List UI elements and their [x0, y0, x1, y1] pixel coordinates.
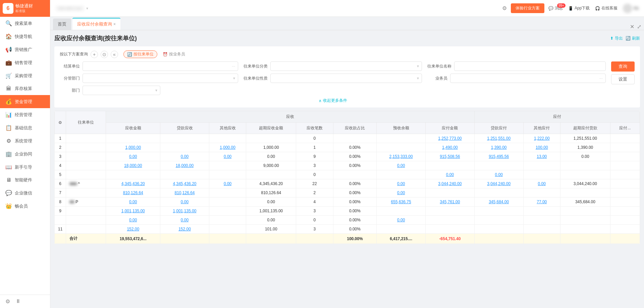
- unit-name-input[interactable]: [454, 61, 606, 71]
- row-ar-other: [209, 225, 246, 234]
- window-close-icon[interactable]: ✕: [630, 24, 634, 30]
- table-config-header[interactable]: ⚙: [55, 111, 66, 134]
- sidebar-item-marketing[interactable]: 📢 营销推广: [0, 43, 50, 56]
- sidebar-item-basic-info[interactable]: 📋 基础信息: [0, 121, 50, 134]
- row-ap-loan[interactable]: 915,495.56: [474, 152, 523, 161]
- row-ap-loan[interactable]: 3,044,240.00: [474, 179, 523, 188]
- window-expand-icon[interactable]: ⤢: [637, 24, 641, 30]
- promo-button[interactable]: 体验行业方案: [511, 3, 544, 13]
- online-service-item[interactable]: 🎧 在线客服: [595, 5, 618, 11]
- row-ap-loan[interactable]: 1,390.00: [474, 143, 523, 152]
- row-ar-prepay: [377, 143, 426, 152]
- row-ar-loan[interactable]: 18,000.00: [160, 161, 209, 170]
- sidebar-collapse-icon[interactable]: ⏸: [15, 298, 21, 305]
- row-ap-loan: [474, 225, 523, 234]
- sidebar-item-search-menu[interactable]: 🔍 搜索菜单: [0, 17, 50, 30]
- row-ar-other[interactable]: 0.00: [209, 152, 246, 161]
- row-ap-amount[interactable]: 1,490.00: [426, 143, 475, 152]
- row-ap-other[interactable]: 77.00: [523, 197, 560, 207]
- row-ap-other[interactable]: 1,222.00: [523, 134, 560, 143]
- sidebar-settings-icon[interactable]: ⚙: [5, 298, 10, 305]
- sidebar-item-enterprise[interactable]: 🏢 企业协同: [0, 147, 50, 161]
- app-download-item[interactable]: 📱 App下载: [568, 5, 590, 11]
- settlement-input[interactable]: ···: [83, 61, 238, 71]
- sidebar-item-member[interactable]: 👑 畅会员: [0, 200, 50, 213]
- row-ar-loan[interactable]: 810,126.64: [160, 188, 209, 197]
- sidebar-item-system[interactable]: ⚙ 系统管理: [0, 134, 50, 147]
- sidebar-item-guide[interactable]: 📖 新手引导: [0, 161, 50, 174]
- row-ar-prepay[interactable]: 0.00: [377, 188, 426, 197]
- message-item[interactable]: 💬 消息 99+: [548, 5, 563, 11]
- dept-manage-select[interactable]: ▾: [83, 74, 238, 83]
- row-ar-loan[interactable]: 0.00: [160, 197, 209, 207]
- row-ap-extra: [610, 225, 640, 234]
- sidebar-item-finance[interactable]: 💰 资金管理: [0, 95, 50, 108]
- row-ap-overdue: 1,390.00: [560, 143, 610, 152]
- row-ap-amount[interactable]: 0.00: [426, 170, 475, 179]
- row-ar-loan[interactable]: 0.00: [160, 216, 209, 225]
- scheme-by-unit[interactable]: 🔄 按往来单位: [123, 50, 157, 58]
- row-ar-prepay[interactable]: 655,636.75: [377, 197, 426, 207]
- row-ap-loan[interactable]: 345,684.00: [474, 197, 523, 207]
- filter-add-button[interactable]: +: [91, 51, 98, 58]
- salesman-input[interactable]: ···: [450, 74, 606, 83]
- row-ap-amount: [426, 188, 475, 197]
- sidebar-item-sales[interactable]: 💼 销售管理: [0, 56, 50, 69]
- row-ap-amount[interactable]: 1,252,773.00: [426, 134, 475, 143]
- sidebar-item-operations[interactable]: 📊 经营管理: [0, 108, 50, 121]
- row-ap-other[interactable]: 13.00: [523, 152, 560, 161]
- row-ar-amount[interactable]: 18,000.00: [106, 161, 160, 170]
- row-ap-loan[interactable]: 1,251,551.00: [474, 134, 523, 143]
- row-ar-amount[interactable]: 810,126.64: [106, 188, 160, 197]
- row-ar-other[interactable]: 1,000.00: [209, 143, 246, 152]
- topbar-settings-icon[interactable]: ⚙: [502, 5, 507, 11]
- table-settings-button[interactable]: 设置: [611, 74, 635, 84]
- row-ar-prepay[interactable]: 0.00: [377, 161, 426, 170]
- tab-ar-ap[interactable]: 应收应付余额查询 ×: [72, 18, 120, 30]
- row-ap-loan[interactable]: 0.00: [474, 170, 523, 179]
- row-ar-loan[interactable]: 1,001,135.00: [160, 207, 209, 216]
- row-ar-count: 0: [296, 170, 333, 179]
- row-ap-amount[interactable]: 345,761.00: [426, 197, 475, 207]
- row-ar-amount[interactable]: 0.00: [106, 216, 160, 225]
- export-button[interactable]: ⬆ 导出: [610, 36, 623, 41]
- row-ar-amount[interactable]: 1,001,135.00: [106, 207, 160, 216]
- row-ap-other[interactable]: 100.00: [523, 143, 560, 152]
- tab-close-icon[interactable]: ×: [113, 22, 116, 27]
- scheme-by-staff[interactable]: ⏰ 按业务员: [159, 51, 189, 58]
- row-ar-other[interactable]: 0.00: [209, 179, 246, 188]
- row-ap-amount[interactable]: 915,508.56: [426, 152, 475, 161]
- query-button[interactable]: 查询: [611, 61, 635, 72]
- unit-nature-select[interactable]: ▾: [270, 74, 422, 83]
- row-partner: ■■■ ^: [66, 179, 106, 188]
- row-ar-prepay[interactable]: 2,153,333.00: [377, 152, 426, 161]
- row-ar-amount[interactable]: 0.00: [106, 152, 160, 161]
- sidebar-item-purchase[interactable]: 🛒 采购管理: [0, 69, 50, 82]
- unit-category-select[interactable]: ▾: [270, 61, 422, 71]
- dept-select[interactable]: ▾: [83, 86, 160, 95]
- table-row: 9 1,001,135.00 1,001,135.00 1,001,135.00…: [55, 207, 640, 216]
- row-ar-amount[interactable]: 1,000.00: [106, 143, 160, 152]
- row-ar-loan[interactable]: 4,345,436.20: [160, 179, 209, 188]
- row-ap-other[interactable]: 0.00: [523, 179, 560, 188]
- sidebar-item-quick-nav[interactable]: 🏠 快捷导航: [0, 30, 50, 43]
- filter-collapse-button[interactable]: «: [111, 51, 118, 58]
- sidebar-item-label: 企业协同: [15, 151, 32, 157]
- user-avatar-item[interactable]: Rit: [623, 4, 639, 13]
- row-ar-amount[interactable]: 152.00: [106, 225, 160, 234]
- filter-settings-button[interactable]: ⊙: [101, 51, 108, 58]
- row-ap-amount[interactable]: 3,044,240.00: [426, 179, 475, 188]
- filter-collapse-bar[interactable]: ∧ 收起更多条件: [60, 98, 606, 103]
- sidebar-item-inventory[interactable]: 🏛 库存核算: [0, 82, 50, 95]
- row-ar-amount[interactable]: 0.00: [106, 197, 160, 207]
- refresh-button[interactable]: 🔄 刷新: [626, 36, 640, 41]
- row-ar-loan[interactable]: 0.00: [160, 152, 209, 161]
- row-ar-amount[interactable]: 4,345,436.20: [106, 179, 160, 188]
- sidebar-item-smart-hw[interactable]: 🖥 智能硬件: [0, 174, 50, 186]
- row-ar-loan[interactable]: 152.00: [160, 225, 209, 234]
- row-ap-overdue: [560, 170, 610, 179]
- row-ar-prepay[interactable]: 0.00: [377, 216, 426, 225]
- sidebar-item-wechat[interactable]: 💬 企业微信: [0, 186, 50, 200]
- row-ar-prepay[interactable]: 0.00: [377, 179, 426, 188]
- tab-home[interactable]: 首页: [53, 18, 71, 30]
